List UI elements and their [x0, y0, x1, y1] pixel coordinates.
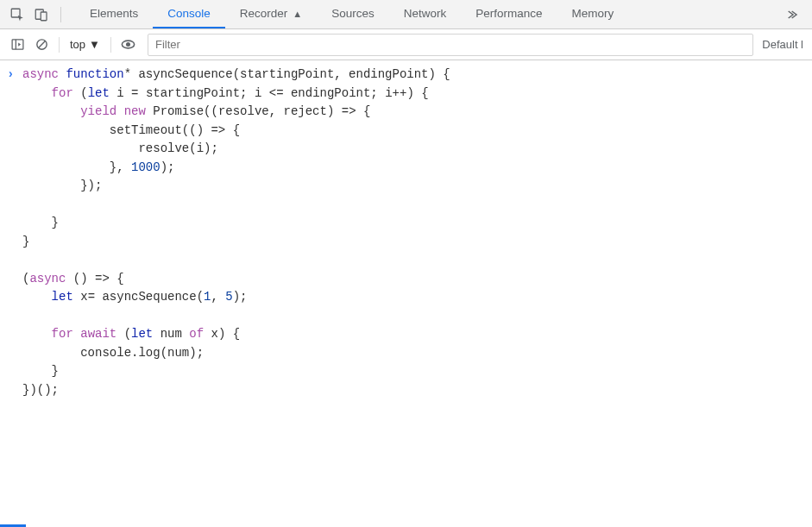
toggle-device-icon[interactable]: [29, 3, 54, 27]
code-block: async function* asyncSequence(startingPo…: [22, 66, 450, 399]
console-toolbar: top ▼ Default l: [0, 29, 812, 60]
tab-performance[interactable]: Performance: [461, 0, 557, 28]
levels-dropdown[interactable]: Default l: [762, 38, 807, 51]
svg-line-6: [38, 41, 45, 48]
svg-point-8: [126, 42, 130, 47]
separator: [59, 37, 60, 53]
live-expression-icon[interactable]: [116, 33, 141, 57]
context-label: top: [70, 38, 85, 51]
separator: [110, 37, 111, 53]
tab-sources[interactable]: Sources: [317, 0, 389, 28]
console-body: › async function* asyncSequence(starting…: [0, 60, 812, 406]
svg-rect-3: [12, 40, 23, 49]
select-element-icon[interactable]: [5, 3, 29, 27]
context-selector[interactable]: top ▼: [65, 38, 105, 51]
tab-console[interactable]: Console: [153, 0, 225, 28]
caret-down-icon: ▼: [89, 38, 100, 51]
clear-console-icon[interactable]: [29, 33, 54, 57]
tab-recorder[interactable]: Recorder▲: [225, 0, 317, 28]
tab-elements[interactable]: Elements: [75, 0, 153, 28]
prompt-icon: ›: [7, 66, 22, 85]
svg-rect-2: [41, 12, 47, 21]
devtools-topbar: Elements Console Recorder▲ Sources Netwo…: [0, 0, 812, 29]
tab-memory[interactable]: Memory: [557, 0, 629, 28]
tabs-container: Elements Console Recorder▲ Sources Netwo…: [75, 0, 628, 28]
console-input-line[interactable]: › async function* asyncSequence(starting…: [7, 66, 805, 399]
tab-network[interactable]: Network: [389, 0, 462, 28]
more-tabs-icon[interactable]: [779, 3, 803, 27]
filter-input[interactable]: [148, 34, 753, 56]
sidebar-toggle-icon[interactable]: [5, 33, 29, 57]
beta-icon: ▲: [293, 9, 302, 19]
separator: [60, 7, 61, 22]
